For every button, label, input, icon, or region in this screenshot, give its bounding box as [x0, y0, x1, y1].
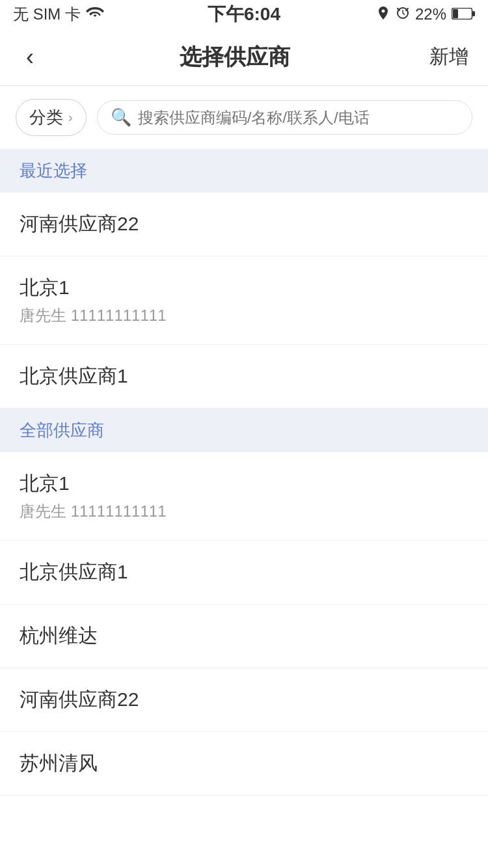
list-item[interactable]: 河南供应商22	[0, 668, 488, 732]
recent-list: 河南供应商22 北京1 唐先生 11111111111 北京供应商1	[0, 193, 488, 409]
svg-rect-3	[453, 9, 458, 18]
search-input[interactable]	[138, 109, 459, 127]
battery-icon	[452, 5, 475, 23]
svg-rect-2	[472, 11, 475, 16]
back-button[interactable]: ‹	[20, 37, 40, 77]
list-item[interactable]: 杭州维达	[0, 604, 488, 668]
item-name: 北京供应商1	[20, 559, 468, 586]
list-item[interactable]: 北京供应商1	[0, 345, 488, 409]
list-item[interactable]: 北京供应商1	[0, 541, 488, 604]
wifi-icon	[86, 5, 104, 23]
search-icon: 🔍	[111, 107, 131, 128]
chevron-right-icon: ›	[68, 110, 73, 125]
search-bar[interactable]: 🔍	[97, 100, 472, 135]
item-name: 北京1	[20, 470, 468, 497]
page-title: 选择供应商	[180, 42, 290, 72]
list-item[interactable]: 河南供应商22	[0, 193, 488, 256]
item-detail: 唐先生 11111111111	[20, 501, 468, 522]
all-section-header: 全部供应商	[0, 409, 488, 452]
list-item[interactable]: 北京1 唐先生 11111111111	[0, 256, 488, 345]
add-button[interactable]: 新增	[429, 44, 468, 70]
filter-bar: 分类 › 🔍	[0, 86, 488, 149]
status-time: 下午6:04	[208, 2, 280, 27]
item-name: 杭州维达	[20, 623, 468, 649]
status-right: 22%	[376, 5, 475, 23]
alarm-icon	[396, 5, 410, 23]
all-list: 北京1 唐先生 11111111111 北京供应商1 杭州维达 河南供应商22 …	[0, 452, 488, 796]
nav-bar: ‹ 选择供应商 新增	[0, 29, 488, 86]
recent-section-header: 最近选择	[0, 149, 488, 193]
battery-text: 22%	[415, 5, 446, 23]
category-filter[interactable]: 分类 ›	[16, 99, 87, 136]
item-name: 北京供应商1	[20, 363, 468, 390]
item-name: 北京1	[20, 275, 468, 301]
item-name: 河南供应商22	[20, 211, 468, 237]
item-detail: 唐先生 11111111111	[20, 305, 468, 326]
location-icon	[376, 5, 390, 23]
item-name: 苏州清风	[20, 750, 468, 777]
list-item[interactable]: 北京1 唐先生 11111111111	[0, 452, 488, 541]
list-item[interactable]: 苏州清风	[0, 732, 488, 796]
carrier-text: 无 SIM 卡	[13, 4, 81, 25]
item-name: 河南供应商22	[20, 686, 468, 713]
status-bar: 无 SIM 卡 下午6:04 22%	[0, 0, 488, 29]
status-left: 无 SIM 卡	[13, 4, 104, 25]
category-label: 分类	[29, 106, 63, 129]
